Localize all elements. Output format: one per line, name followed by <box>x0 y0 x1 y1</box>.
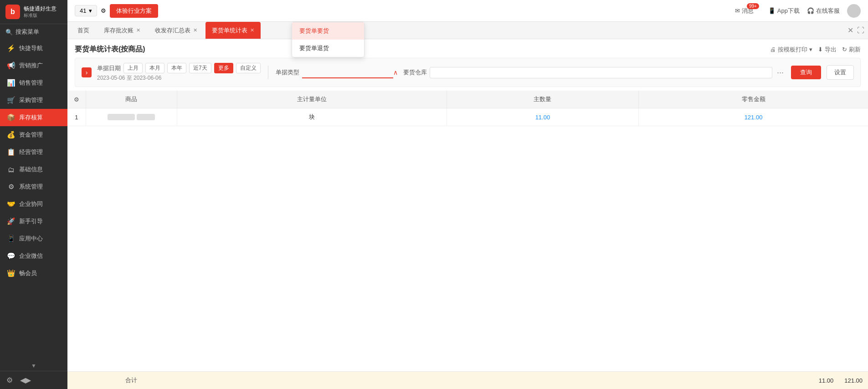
th-product: 商品 <box>86 91 177 108</box>
row-quantity: 11.00 <box>447 108 638 126</box>
tab-collect-summary[interactable]: 收发存汇总表 ✕ <box>149 22 204 39</box>
tab-order-summary[interactable]: 要货单统计表 ✕ <box>205 22 261 39</box>
type-input-chevron-icon[interactable]: ∧ <box>393 69 398 76</box>
date-btn-last-month[interactable]: 上月 <box>123 63 143 73</box>
logo-badge: 标准版 <box>24 12 56 19</box>
sidebar-item-inventory[interactable]: 📦库存核算 <box>0 109 67 126</box>
nav-label-finance: 资金管理 <box>19 131 43 139</box>
sidebar-item-operations[interactable]: 📋经营管理 <box>0 143 67 161</box>
nav-icon-member: 👑 <box>6 269 15 277</box>
filter-date-group: 单据日期 上月 本月 本年 近7天 更多 自定义 2023-05-06 至 20… <box>97 63 261 82</box>
sidebar-item-basic-info[interactable]: 🗂基础信息 <box>0 161 67 178</box>
type-dropdown: 要货单要货 要货单退货 <box>292 39 365 57</box>
industry-btn[interactable]: 体验行业方案 <box>110 4 158 18</box>
th-amount: 零售金额 <box>639 91 868 108</box>
date-btn-this-year[interactable]: 本年 <box>167 63 186 73</box>
th-quantity: 主数量 <box>447 91 638 108</box>
tab-close-order-summary[interactable]: ✕ <box>250 27 254 33</box>
nav-label-app-center: 应用中心 <box>19 235 43 243</box>
th-unit: 主计量单位 <box>177 91 447 108</box>
store-selector[interactable]: 41 ▾ <box>75 5 97 16</box>
row-no: 1 <box>67 108 86 126</box>
tab-label-order-summary: 要货单统计表 <box>212 26 247 35</box>
row-product <box>86 108 177 126</box>
tab-home[interactable]: 首页 <box>71 22 96 39</box>
type-input[interactable] <box>302 67 393 78</box>
dropdown-item-return[interactable]: 要货单退货 <box>292 40 364 57</box>
query-btn[interactable]: 查询 <box>791 66 821 79</box>
tabs-actions: ✕ ⛶ <box>847 26 864 35</box>
topbar-right: ✉ 消息 99+ 📱 App下载 🎧 在线客服 <box>735 4 861 18</box>
settings-icon[interactable]: ⚙ <box>6 376 13 384</box>
tabs-bar: 首页库存批次账 ✕收发存汇总表 ✕要货单统计表 ✕ ✕ ⛶ <box>67 22 868 39</box>
logo-icon: b <box>5 5 20 19</box>
nav-icon-marketing: 📢 <box>6 61 15 70</box>
page-title: 要货单统计表(按商品) <box>75 45 145 54</box>
app-download-icon: 📱 <box>768 7 776 14</box>
messages-badge: 99+ <box>747 3 759 9</box>
filter-input-wrapper: ∧ <box>302 67 398 78</box>
warehouse-input[interactable] <box>430 67 772 78</box>
nav-icon-guide: 🚀 <box>6 217 15 225</box>
tab-close-collect-summary[interactable]: ✕ <box>193 27 197 33</box>
sidebar-item-enterprise[interactable]: 🤝企业协同 <box>0 195 67 213</box>
messages-btn[interactable]: ✉ 消息 99+ <box>735 7 754 15</box>
table-footer: 合计 11.00 121.00 <box>67 371 868 389</box>
nav-icon-purchase: 🛒 <box>6 96 15 104</box>
sidebar-item-finance[interactable]: 💰资金管理 <box>0 126 67 143</box>
row-unit: 块 <box>177 108 447 126</box>
tab-close-inventory-batch[interactable]: ✕ <box>136 27 140 33</box>
chevron-down-icon: ▾ <box>89 7 92 14</box>
nav-label-enterprise-wechat: 企业微信 <box>19 252 43 260</box>
nav-label-quick-nav: 快捷导航 <box>19 44 43 52</box>
nav-label-system: 系统管理 <box>19 183 43 191</box>
sidebar: b 畅捷通好生意 标准版 🔍 搜索菜单 ⚡快捷导航📢营销推广📊销售管理🛒采购管理… <box>0 0 67 389</box>
type-label: 单据类型 <box>276 68 299 77</box>
refresh-btn[interactable]: ↻ 刷新 <box>842 46 861 54</box>
footer-amount: 121.00 <box>839 377 868 384</box>
sidebar-item-guide[interactable]: 🚀新手引导 <box>0 213 67 230</box>
filter-settings-btn[interactable]: 设置 <box>827 65 854 80</box>
footer-quantity: 11.00 <box>813 377 839 384</box>
sidebar-item-member[interactable]: 👑畅会员 <box>0 265 67 282</box>
nav-icon-app-center: 📱 <box>6 235 15 243</box>
table-wrapper: ⚙ 商品 主计量单位 主数量 零售金额 1 <box>67 91 868 371</box>
collapse-icon[interactable]: ◀▶ <box>20 376 31 384</box>
topbar-gear-icon[interactable]: ⚙ <box>101 7 106 14</box>
date-btn-this-month[interactable]: 本月 <box>145 63 164 73</box>
row-amount: 121.00 <box>639 108 868 126</box>
tab-inventory-batch[interactable]: 库存批次账 ✕ <box>98 22 147 39</box>
sidebar-item-quick-nav[interactable]: ⚡快捷导航 <box>0 40 67 57</box>
tabs-close-all-btn[interactable]: ✕ <box>847 26 853 35</box>
date-btn-7days[interactable]: 近7天 <box>189 63 211 73</box>
tabs-fullscreen-btn[interactable]: ⛶ <box>857 26 864 35</box>
search-menu-label: 搜索菜单 <box>15 28 39 36</box>
user-avatar[interactable] <box>847 4 861 18</box>
print-icon: 🖨 <box>770 46 776 53</box>
nav-icon-sales: 📊 <box>6 79 15 87</box>
tab-label-inventory-batch: 库存批次账 <box>104 26 134 35</box>
search-icon: 🔍 <box>5 29 13 36</box>
refresh-icon: ↻ <box>842 46 847 53</box>
date-btn-custom[interactable]: 自定义 <box>236 63 261 73</box>
export-btn[interactable]: ⬇ 导出 <box>818 46 837 54</box>
search-menu[interactable]: 🔍 搜索菜单 <box>0 24 67 40</box>
filter-expand-btn[interactable]: › <box>82 67 92 77</box>
sidebar-item-enterprise-wechat[interactable]: 💬企业微信 <box>0 247 67 265</box>
sidebar-item-purchase[interactable]: 🛒采购管理 <box>0 92 67 109</box>
nav-icon-quick-nav: ⚡ <box>6 44 15 52</box>
app-download-btn[interactable]: 📱 App下载 <box>768 7 800 15</box>
sidebar-item-marketing[interactable]: 📢营销推广 <box>0 57 67 74</box>
column-settings-icon[interactable]: ⚙ <box>74 96 79 103</box>
warehouse-more-icon[interactable]: ··· <box>775 68 786 77</box>
nav-icon-enterprise: 🤝 <box>6 200 15 208</box>
sidebar-item-sales[interactable]: 📊销售管理 <box>0 74 67 92</box>
online-service-btn[interactable]: 🎧 在线客服 <box>807 7 840 15</box>
sidebar-item-app-center[interactable]: 📱应用中心 <box>0 230 67 247</box>
sidebar-item-system[interactable]: ⚙系统管理 <box>0 178 67 195</box>
print-btn[interactable]: 🖨 按模板打印 ▾ <box>770 46 812 54</box>
nav-icon-inventory: 📦 <box>6 113 15 122</box>
date-btn-more[interactable]: 更多 <box>214 63 233 73</box>
warehouse-label: 要货仓库 <box>403 68 427 77</box>
nav-icon-basic-info: 🗂 <box>6 166 15 174</box>
